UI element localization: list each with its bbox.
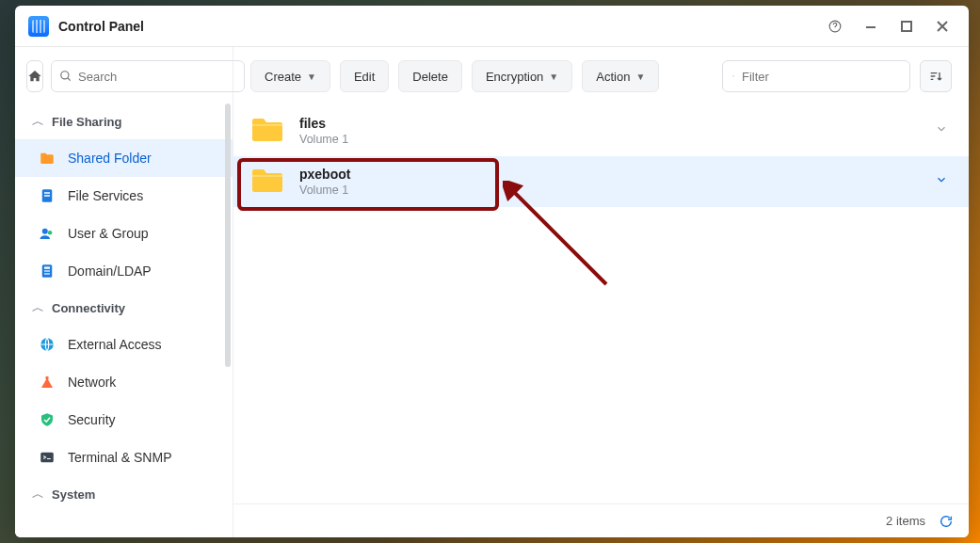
minimize-icon bbox=[865, 21, 876, 32]
sidebar-group-connectivity[interactable]: ︿Connectivity bbox=[15, 290, 233, 326]
delete-label: Delete bbox=[412, 70, 448, 84]
sidebar-item-terminal-snmp[interactable]: Terminal & SNMP bbox=[15, 439, 233, 476]
svg-rect-14 bbox=[44, 273, 50, 275]
external-access-icon bbox=[38, 335, 56, 354]
folder-list: filesVolume 1pxebootVolume 1 bbox=[233, 105, 969, 503]
folder-volume: Volume 1 bbox=[299, 133, 920, 146]
sidebar-item-label: Security bbox=[68, 412, 116, 427]
chevron-up-icon: ︿ bbox=[32, 486, 44, 503]
create-label: Create bbox=[265, 70, 301, 84]
svg-rect-16 bbox=[46, 376, 49, 379]
create-button[interactable]: Create▼ bbox=[250, 60, 330, 92]
sidebar-item-external-access[interactable]: External Access bbox=[15, 326, 233, 363]
action-label: Action bbox=[596, 70, 630, 84]
sidebar-item-network[interactable]: Network bbox=[15, 363, 233, 401]
app-icon bbox=[28, 16, 49, 37]
folder-icon bbox=[250, 115, 284, 147]
svg-point-10 bbox=[48, 231, 53, 235]
item-count: 2 items bbox=[886, 514, 925, 528]
sidebar-group-label: Connectivity bbox=[52, 301, 125, 315]
security-icon bbox=[38, 410, 56, 429]
delete-button[interactable]: Delete bbox=[398, 60, 462, 92]
maximize-button[interactable] bbox=[893, 13, 920, 40]
folder-row[interactable]: pxebootVolume 1 bbox=[233, 156, 969, 207]
control-panel-window: Control Panel ︿File Shari bbox=[15, 6, 969, 537]
sidebar-item-label: User & Group bbox=[68, 226, 149, 241]
filter-input[interactable] bbox=[742, 70, 900, 84]
file-services-icon bbox=[38, 186, 56, 205]
chevron-up-icon: ︿ bbox=[32, 299, 44, 316]
sidebar-item-label: Network bbox=[68, 375, 116, 390]
folder-name: pxeboot bbox=[299, 167, 920, 182]
svg-rect-8 bbox=[44, 195, 50, 197]
svg-rect-17 bbox=[40, 453, 54, 463]
toolbar: Create▼ Edit Delete Encryption▼ Action▼ bbox=[233, 47, 969, 105]
svg-point-3 bbox=[61, 72, 69, 79]
caret-down-icon: ▼ bbox=[307, 72, 316, 82]
sidebar-scrollbar[interactable] bbox=[225, 104, 231, 367]
sidebar-group-label: File Sharing bbox=[52, 115, 121, 129]
help-icon bbox=[828, 20, 842, 33]
search-icon bbox=[59, 70, 72, 83]
sidebar-item-label: External Access bbox=[68, 337, 162, 352]
sidebar-group-label: System bbox=[52, 487, 95, 502]
close-button[interactable] bbox=[929, 13, 956, 40]
edit-label: Edit bbox=[354, 70, 375, 84]
terminal-icon bbox=[38, 448, 56, 467]
sidebar-item-label: Domain/LDAP bbox=[68, 264, 152, 279]
sidebar-item-file-services[interactable]: File Services bbox=[15, 177, 233, 215]
funnel-icon bbox=[732, 70, 734, 83]
help-button[interactable] bbox=[822, 13, 848, 40]
sidebar-search-input[interactable] bbox=[78, 70, 236, 84]
sidebar-item-domain-ldap[interactable]: Domain/LDAP bbox=[15, 252, 233, 290]
svg-rect-7 bbox=[44, 192, 50, 194]
minimize-button[interactable] bbox=[858, 13, 884, 40]
network-icon bbox=[38, 373, 56, 391]
sidebar-search[interactable] bbox=[51, 60, 245, 92]
sort-button[interactable] bbox=[920, 60, 952, 92]
caret-down-icon: ▼ bbox=[635, 72, 645, 82]
svg-point-9 bbox=[42, 229, 48, 234]
edit-button[interactable]: Edit bbox=[340, 60, 389, 92]
chevron-up-icon: ︿ bbox=[32, 113, 44, 130]
home-button[interactable] bbox=[26, 60, 43, 92]
action-button[interactable]: Action▼ bbox=[582, 60, 659, 92]
statusbar: 2 items bbox=[233, 503, 969, 537]
sidebar-item-label: Terminal & SNMP bbox=[68, 450, 171, 465]
svg-rect-13 bbox=[44, 270, 50, 272]
refresh-button[interactable] bbox=[939, 514, 954, 529]
shared-folder-icon bbox=[38, 149, 56, 168]
user-group-icon bbox=[38, 224, 56, 243]
chevron-down-icon[interactable] bbox=[935, 122, 948, 139]
caret-down-icon: ▼ bbox=[549, 72, 558, 82]
main-panel: Create▼ Edit Delete Encryption▼ Action▼ … bbox=[233, 47, 969, 537]
sidebar-item-label: Shared Folder bbox=[68, 151, 152, 166]
svg-rect-5 bbox=[40, 153, 46, 156]
maximize-icon bbox=[901, 21, 912, 32]
sidebar-item-security[interactable]: Security bbox=[15, 401, 233, 439]
home-icon bbox=[27, 69, 42, 84]
window-title: Control Panel bbox=[58, 19, 144, 34]
sidebar-group-file-sharing[interactable]: ︿File Sharing bbox=[15, 104, 233, 139]
domain-ldap-icon bbox=[38, 262, 56, 280]
folder-row[interactable]: filesVolume 1 bbox=[233, 105, 969, 156]
svg-rect-12 bbox=[44, 267, 50, 269]
encryption-button[interactable]: Encryption▼ bbox=[472, 60, 572, 92]
sidebar-group-system[interactable]: ︿System bbox=[15, 476, 233, 512]
svg-rect-1 bbox=[866, 26, 876, 28]
sidebar-item-shared-folder[interactable]: Shared Folder bbox=[15, 139, 233, 177]
sidebar: ︿File SharingShared FolderFile ServicesU… bbox=[15, 47, 233, 537]
sidebar-item-user-group[interactable]: User & Group bbox=[15, 215, 233, 252]
refresh-icon bbox=[939, 514, 954, 529]
svg-rect-2 bbox=[902, 22, 911, 31]
folder-name: files bbox=[299, 116, 920, 131]
chevron-down-icon[interactable] bbox=[935, 173, 948, 190]
close-icon bbox=[937, 21, 948, 32]
titlebar: Control Panel bbox=[15, 6, 969, 47]
folder-icon bbox=[250, 166, 284, 198]
folder-volume: Volume 1 bbox=[299, 184, 920, 197]
encryption-label: Encryption bbox=[486, 70, 543, 84]
filter-field[interactable] bbox=[722, 60, 910, 92]
sidebar-item-label: File Services bbox=[68, 188, 143, 203]
sort-icon bbox=[928, 69, 943, 84]
